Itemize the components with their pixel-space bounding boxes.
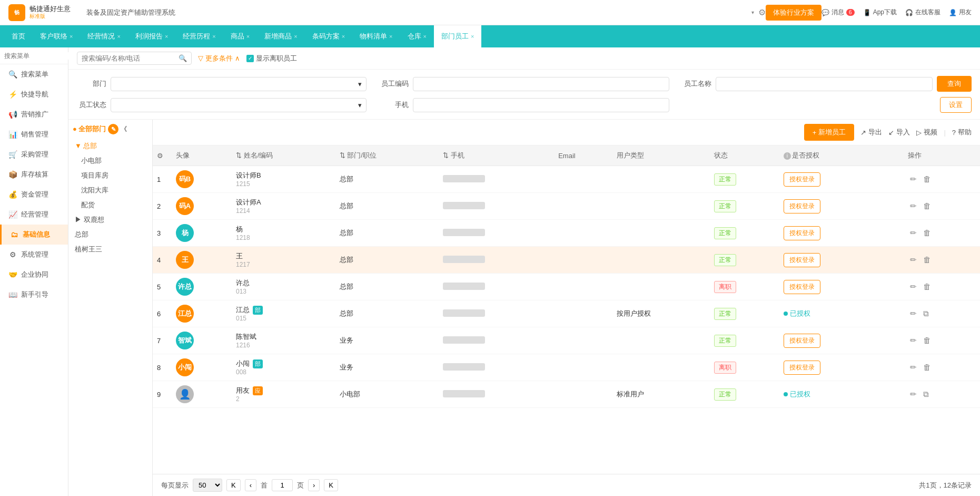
nav-dept-staff[interactable]: 部门员工 ×	[434, 25, 481, 47]
checkbox-resigned[interactable]: ✓	[246, 55, 254, 62]
tree-item-small-electric[interactable]: 小电部	[73, 153, 148, 168]
edit-button[interactable]: ✏	[908, 335, 919, 346]
col-dept-position[interactable]: ⇅ 部门/职位	[335, 145, 439, 166]
search-code-name-phone[interactable]	[82, 54, 176, 62]
sidebar-item-base-info[interactable]: 🗂基础信息	[0, 225, 68, 245]
nav-close-icon[interactable]: ×	[165, 33, 168, 40]
dept-collapse-icon[interactable]: 《	[121, 125, 127, 134]
delete-button[interactable]: 🗑	[921, 335, 933, 346]
edit-button[interactable]: ✏	[908, 254, 919, 266]
nav-customer[interactable]: 客户联络 ×	[33, 25, 80, 47]
sidebar-item-collab[interactable]: 🤝企业协同	[0, 265, 68, 285]
nav-close-icon[interactable]: ×	[389, 33, 392, 40]
sidebar-item-finance[interactable]: 💰资金管理	[0, 184, 68, 205]
try-btn[interactable]: 体验行业方案	[766, 5, 821, 21]
add-employee-button[interactable]: + 新增员工	[804, 124, 855, 141]
prev-page-btn[interactable]: ‹	[245, 479, 256, 491]
col-name-code[interactable]: ⇅ 姓名/编码	[232, 145, 335, 166]
tree-item-project-storage[interactable]: 项目库房	[73, 168, 148, 183]
nav-profit[interactable]: 利润报告 ×	[128, 25, 175, 47]
message-btn[interactable]: 💬 消息 6	[821, 8, 855, 17]
sidebar-item-guide[interactable]: 📖新手引导	[0, 285, 68, 305]
auth-login-button[interactable]: 授权登录	[784, 199, 820, 213]
edit-button[interactable]: ✏	[908, 388, 919, 400]
emp-name-input[interactable]	[716, 77, 933, 91]
video-button[interactable]: ▷ 视频	[916, 128, 937, 137]
delete-button[interactable]: 🗑	[921, 173, 933, 184]
nav-home[interactable]: 首页	[4, 25, 33, 47]
nav-close-icon[interactable]: ×	[423, 33, 427, 40]
emp-code-input[interactable]	[413, 77, 669, 91]
auth-login-button[interactable]: 授权登录	[784, 361, 820, 375]
more-filter-btn[interactable]: ▽ 更多条件 ∧	[198, 54, 240, 63]
last-page-btn[interactable]: K	[324, 479, 338, 491]
system-dropdown-icon[interactable]: ▾	[751, 9, 754, 15]
nav-history[interactable]: 经营历程 ×	[175, 25, 223, 47]
phone-input[interactable]	[413, 98, 669, 112]
nav-close-icon[interactable]: ×	[246, 33, 250, 40]
tree-item-hq[interactable]: 总部	[73, 227, 148, 242]
search-submit-icon[interactable]: 🔍	[179, 54, 187, 62]
delete-button[interactable]: 🗑	[921, 254, 933, 265]
online-service-btn[interactable]: 🎧 在线客服	[905, 8, 941, 17]
sidebar-item-marketing[interactable]: 📢营销推广	[0, 104, 68, 124]
delete-button[interactable]: 🗑	[921, 200, 933, 211]
page-number-input[interactable]	[272, 479, 293, 491]
sidebar-item-purchase[interactable]: 🛒采购管理	[0, 144, 68, 164]
export-button[interactable]: ↗ 导出	[860, 128, 882, 137]
nav-bom[interactable]: 物料清单 ×	[352, 25, 400, 47]
nav-close-active-icon[interactable]: ×	[471, 33, 474, 40]
edit-button[interactable]: ✏	[908, 362, 919, 373]
dept-select[interactable]: ▾	[111, 77, 367, 91]
set-button[interactable]: 设置	[940, 97, 972, 113]
page-size-select[interactable]: 50 20 100	[193, 479, 222, 492]
show-resigned-toggle[interactable]: ✓ 显示离职员工	[246, 54, 297, 63]
auth-login-button[interactable]: 授权登录	[784, 253, 820, 267]
help-button[interactable]: ? 帮助	[952, 128, 972, 137]
nav-barcode[interactable]: 条码方案 ×	[305, 25, 352, 47]
edit-button[interactable]: ✏	[908, 200, 919, 212]
auth-login-button[interactable]: 授权登录	[784, 226, 820, 240]
edit-button[interactable]: ✏	[908, 281, 919, 293]
tree-item-plant-king[interactable]: 植树王三	[73, 242, 148, 257]
nav-operation[interactable]: 经营情况 ×	[80, 25, 127, 47]
import-button[interactable]: ↙ 导入	[888, 128, 910, 137]
auth-login-button[interactable]: 授权登录	[784, 334, 820, 348]
settings-gear-icon[interactable]: ⚙	[758, 7, 766, 17]
nav-close-icon[interactable]: ×	[342, 33, 345, 40]
copy-button[interactable]: ⧉	[921, 308, 931, 319]
sidebar-item-nav[interactable]: ⚡快捷导航	[0, 84, 68, 104]
edit-button[interactable]: ✏	[908, 227, 919, 239]
tree-item-headquarters[interactable]: ▼ 总部	[73, 139, 148, 153]
dept-edit-icon[interactable]: ✎	[108, 124, 118, 134]
sidebar-item-inventory[interactable]: 📦库存核算	[0, 164, 68, 184]
nav-goods[interactable]: 商品 ×	[223, 25, 257, 47]
delete-button[interactable]: 🗑	[921, 227, 933, 238]
col-phone[interactable]: ⇅ 手机	[439, 145, 554, 166]
edit-button[interactable]: ✏	[908, 173, 919, 185]
first-page-btn[interactable]: K	[226, 479, 241, 491]
emp-status-select[interactable]: ▾	[111, 98, 367, 112]
delete-button[interactable]: 🗑	[921, 362, 933, 373]
delete-button[interactable]: 🗑	[921, 281, 933, 292]
app-download-btn[interactable]: 📱 App下载	[863, 8, 897, 17]
nav-close-icon[interactable]: ×	[294, 33, 297, 40]
tree-item-distribution[interactable]: 配货	[73, 198, 148, 212]
nav-close-icon[interactable]: ×	[70, 33, 73, 40]
nav-close-icon[interactable]: ×	[117, 33, 120, 40]
query-button[interactable]: 查询	[937, 76, 972, 92]
tree-item-double-deer[interactable]: ▶ 双鹿想	[73, 212, 148, 227]
sidebar-item-business[interactable]: 📈经营管理	[0, 205, 68, 225]
next-page-btn[interactable]: ›	[308, 479, 320, 491]
edit-button[interactable]: ✏	[908, 308, 919, 319]
tree-item-shenyang[interactable]: 沈阳大库	[73, 183, 148, 198]
sidebar-item-system[interactable]: ⚙系统管理	[0, 245, 68, 265]
auth-login-button[interactable]: 授权登录	[784, 280, 820, 294]
sidebar-item-sales[interactable]: 📊销售管理	[0, 124, 68, 144]
nav-warehouse[interactable]: 仓库 ×	[400, 25, 434, 47]
col-settings-icon[interactable]: ⚙	[157, 152, 163, 160]
sidebar-item-search[interactable]: 🔍搜索菜单	[0, 64, 68, 84]
nav-close-icon[interactable]: ×	[212, 33, 215, 40]
copy-button[interactable]: ⧉	[921, 388, 931, 400]
auth-login-button[interactable]: 授权登录	[784, 172, 820, 187]
